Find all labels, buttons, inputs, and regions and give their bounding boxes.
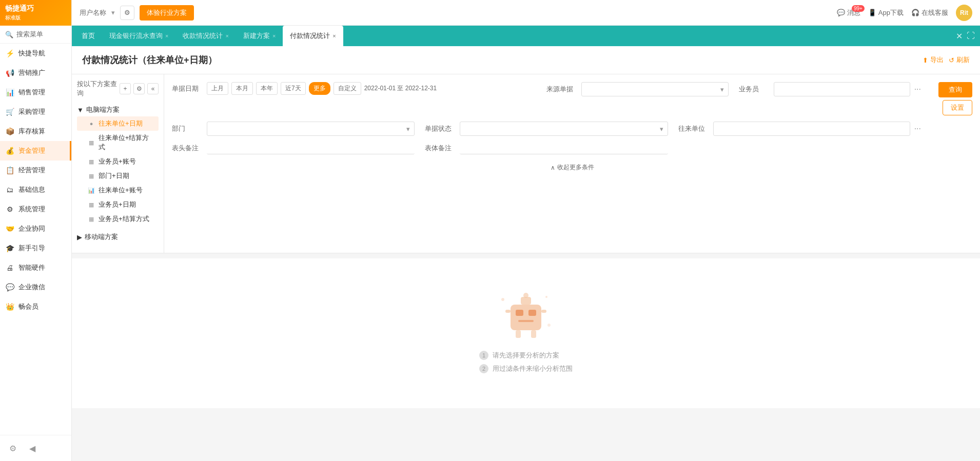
sidebar-item-enterprise[interactable]: 🤝企业协同 [0, 219, 71, 238]
date-this-year[interactable]: 本年 [256, 82, 278, 95]
sidebar-item-quick-nav[interactable]: ⚡快捷导航 [0, 44, 71, 63]
partner-label: 往来单位 [678, 124, 709, 133]
salesperson-dots[interactable]: ··· [914, 85, 921, 94]
sidebar-item-system[interactable]: ⚙系统管理 [0, 199, 71, 219]
collapse-scheme-btn[interactable]: « [147, 83, 159, 94]
sidebar-item-member[interactable]: 👑畅会员 [0, 297, 71, 316]
online-service-btn[interactable]: 🎧 在线客服 [911, 8, 948, 17]
sidebar-item-sales[interactable]: 📊销售管理 [0, 83, 71, 102]
page-actions: ⬆ 导出 ↺ 刷新 [923, 55, 970, 65]
tab-close-collection-stats[interactable]: × [225, 33, 228, 39]
settings-gear-icon[interactable]: ⚙ [120, 6, 134, 20]
dept-filter: 部门 ▾ [172, 122, 415, 136]
sidebar-item-fund[interactable]: 💰资金管理 [0, 141, 71, 161]
inventory-icon: 📦 [5, 127, 14, 136]
salesperson-input[interactable] [774, 82, 910, 96]
scheme-section-1: ▶移动端方案 [77, 230, 159, 244]
scheme-header: 按以下方案查询 + ⚙ « [77, 79, 159, 98]
sidebar-item-weixin[interactable]: 💬企业微信 [0, 277, 71, 297]
scheme-section-0: ▼电脑端方案●往来单位+日期▦往来单位+结算方式▦业务员+账号▦部门+日期📊往来… [77, 103, 159, 226]
quick-nav-icon: ⚡ [5, 49, 14, 58]
tab-close-payment-stats[interactable]: × [332, 33, 336, 39]
section-arrow-icon-1: ▶ [77, 233, 82, 241]
tab-bar: 首页现金银行流水查询×收款情况统计×新建方案×付款情况统计× ✕ ⛶ [72, 26, 980, 46]
settings-btn[interactable]: 设置 [943, 100, 972, 115]
partner-dots[interactable]: ··· [914, 124, 921, 133]
user-dropdown-icon[interactable]: ▾ [111, 9, 115, 16]
tab-collection-stats[interactable]: 收款情况统计× [175, 26, 236, 46]
avatar[interactable]: Rit [956, 5, 972, 21]
tab-new-scheme[interactable]: 新建方案× [236, 26, 283, 46]
query-btn[interactable]: 查询 [938, 82, 972, 97]
sidebar-item-purchase[interactable]: 🛒采购管理 [0, 102, 71, 122]
date-options: 上月 本月 本年 近7天 更多 自定义 2022-01-01 至 2022-12… [207, 82, 437, 95]
close-tab-icon[interactable]: ✕ [956, 31, 963, 41]
marketing-icon: 📢 [5, 68, 14, 77]
sidebar-item-marketing[interactable]: 📢营销推广 [0, 63, 71, 83]
export-btn[interactable]: ⬆ 导出 [923, 55, 944, 65]
doc-status-select[interactable]: ▾ [460, 122, 668, 136]
sidebar-item-guide[interactable]: 🎓新手引导 [0, 238, 71, 258]
scheme-sections: ▼电脑端方案●往来单位+日期▦往来单位+结算方式▦业务员+账号▦部门+日期📊往来… [77, 103, 159, 244]
body-note-input[interactable] [460, 142, 668, 154]
date-more[interactable]: 更多 [309, 82, 330, 95]
trial-btn[interactable]: 体验行业方案 [140, 5, 194, 21]
svg-rect-2 [528, 310, 536, 316]
settings-bottom-icon[interactable]: ⚙ [5, 440, 21, 456]
scheme-item-0-4[interactable]: 📊往来单位+账号 [77, 183, 159, 197]
empty-illustration [495, 289, 557, 340]
sidebar-item-basic-info[interactable]: 🗂基础信息 [0, 180, 71, 199]
scheme-item-0-5[interactable]: ▦业务员+日期 [77, 197, 159, 212]
collapse-sidebar-icon[interactable]: ◀ [25, 440, 40, 456]
scheme-item-0-0[interactable]: ●往来单位+日期 [77, 116, 159, 131]
tab-close-new-scheme[interactable]: × [272, 33, 276, 39]
collapse-chevron-icon: ∧ [551, 164, 555, 171]
salesperson-label: 业务员 [739, 85, 770, 94]
scheme-header-icons: + ⚙ « [120, 83, 159, 94]
header-note-input[interactable] [207, 142, 415, 154]
scheme-section-title-0[interactable]: ▼电脑端方案 [77, 103, 159, 116]
scheme-gear-btn[interactable]: ⚙ [133, 83, 145, 94]
scheme-item-0-2[interactable]: ▦业务员+账号 [77, 154, 159, 169]
svg-rect-0 [511, 305, 541, 330]
date-last-month[interactable]: 上月 [207, 82, 228, 95]
sidebar-item-inventory[interactable]: 📦库存核算 [0, 122, 71, 141]
doc-status-filter: 单据状态 ▾ [425, 122, 668, 136]
dept-select-arrow: ▾ [406, 125, 410, 133]
tabs-container: 首页现金银行流水查询×收款情况统计×新建方案×付款情况统计× [74, 26, 343, 46]
sidebar-item-smart-hw[interactable]: 🖨智能硬件 [0, 258, 71, 277]
search-icon: 🔍 [5, 31, 13, 38]
tab-home[interactable]: 首页 [74, 26, 102, 46]
dept-select[interactable]: ▾ [207, 122, 415, 136]
date-custom[interactable]: 自定义 [334, 82, 361, 95]
scheme-item-0-3[interactable]: ▦部门+日期 [77, 169, 159, 183]
messages-btn[interactable]: 💬 消息 99+ [837, 8, 860, 17]
partner-input[interactable] [713, 122, 910, 136]
add-scheme-btn[interactable]: + [120, 83, 131, 94]
empty-state: 1 请先选择要分析的方案 2 用过滤条件来缩小分析范围 [72, 258, 980, 408]
tab-close-cash-flow[interactable]: × [165, 33, 168, 39]
top-bar-actions: 💬 消息 99+ 📱 App下载 🎧 在线客服 Rit [837, 5, 972, 21]
sidebar-item-operations[interactable]: 📋经营管理 [0, 161, 71, 180]
expand-icon[interactable]: ⛶ [967, 31, 975, 41]
tab-label-payment-stats: 付款情况统计 [290, 31, 330, 41]
header-note-label: 表头备注 [172, 144, 203, 153]
scheme-item-0-6[interactable]: ▦业务员+结算方式 [77, 212, 159, 226]
svg-point-11 [545, 296, 547, 298]
sidebar: 畅捷通巧 标准版 🔍 搜索菜单 ⚡快捷导航📢营销推广📊销售管理🛒采购管理📦库存核… [0, 0, 72, 461]
logo-text: 畅捷通巧 [5, 4, 34, 13]
date-7days[interactable]: 近7天 [281, 82, 306, 95]
app-download-btn[interactable]: 📱 App下载 [868, 8, 904, 17]
scheme-item-0-1[interactable]: ▦往来单位+结算方式 [77, 131, 159, 154]
scheme-section-title-1[interactable]: ▶移动端方案 [77, 230, 159, 244]
date-this-month[interactable]: 本月 [231, 82, 253, 95]
source-select-arrow: ▾ [720, 86, 724, 93]
source-select[interactable]: ▾ [581, 82, 729, 96]
refresh-btn[interactable]: ↺ 刷新 [949, 55, 970, 65]
tab-payment-stats[interactable]: 付款情况统计× [283, 26, 343, 46]
search-menu[interactable]: 🔍 搜索菜单 [0, 26, 71, 44]
tab-cash-flow[interactable]: 现金银行流水查询× [102, 26, 175, 46]
operations-icon: 📋 [5, 166, 14, 175]
collapse-btn[interactable]: ∧ 收起更多条件 [548, 161, 597, 174]
partner-filter: 往来单位 ··· [678, 122, 921, 136]
